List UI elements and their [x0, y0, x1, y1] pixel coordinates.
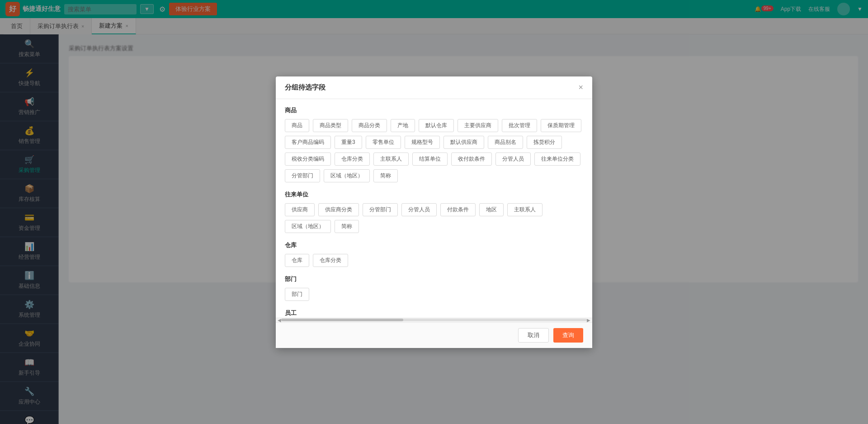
field-tag-warehouse-type[interactable]: 仓库分类: [313, 254, 348, 267]
field-tag-origin[interactable]: 产地: [391, 119, 415, 132]
field-tag-goods-alias[interactable]: 商品别名: [488, 136, 523, 149]
section-goods-title: 商品: [285, 106, 583, 114]
field-tag-supplier[interactable]: 供应商: [285, 203, 315, 216]
section-warehouse: 仓库 仓库 仓库分类: [285, 241, 583, 267]
confirm-button[interactable]: 查询: [553, 328, 583, 343]
field-tag-partner-category[interactable]: 往来单位分类: [534, 152, 580, 166]
field-tag-main-contact-partner[interactable]: 主联系人: [507, 203, 542, 216]
field-tag-retail-unit[interactable]: 零售单位: [366, 136, 401, 149]
field-tags-dept: 部门: [285, 288, 583, 301]
field-tag-payment-terms[interactable]: 收付款条件: [451, 152, 492, 166]
field-tag-supervisor[interactable]: 分管人员: [495, 152, 531, 166]
field-tag-short-name-goods[interactable]: 简称: [373, 169, 398, 182]
field-tags-partner: 供应商 供应商分类 分管部门 分管人员 付款条件 地区 主联系人 区域（地区） …: [285, 203, 583, 233]
field-tag-supplier-category[interactable]: 供应商分类: [318, 203, 359, 216]
field-tag-spec-model[interactable]: 规格型号: [405, 136, 440, 149]
field-tag-default-supplier[interactable]: 默认供应商: [443, 136, 484, 149]
field-tag-settlement-unit[interactable]: 结算单位: [412, 152, 448, 166]
hscroll-thumb[interactable]: [281, 319, 403, 321]
field-tag-weight3[interactable]: 重量3: [335, 136, 362, 149]
field-tag-pick-points[interactable]: 拣货积分: [527, 136, 562, 149]
field-tag-customer-code[interactable]: 客户商品编码: [285, 136, 331, 149]
modal-close-btn[interactable]: ×: [578, 83, 583, 92]
field-tag-dept[interactable]: 部门: [285, 288, 309, 301]
modal-footer: 取消 查询: [276, 322, 592, 348]
section-goods: 商品 商品 商品类型 商品分类 产地 默认仓库 主要供应商 批次管理 保质期管理…: [285, 106, 583, 182]
field-tag-supervisor-partner[interactable]: 分管人员: [401, 203, 437, 216]
section-dept-title: 部门: [285, 275, 583, 283]
field-tag-dept-managed[interactable]: 分管部门: [285, 169, 320, 182]
section-employee-title: 员工: [285, 309, 583, 317]
section-dept: 部门 部门: [285, 275, 583, 301]
field-tag-warehouse[interactable]: 仓库: [285, 254, 309, 267]
field-tag-shelf-life[interactable]: 保质期管理: [541, 119, 581, 132]
field-selection-modal: 分组待选字段 × 商品 商品 商品类型 商品分类 产地 默认仓库 主要供应商 批…: [276, 76, 592, 348]
modal-horizontal-scrollbar[interactable]: ◀ ▶: [276, 318, 592, 322]
section-employee: 员工 业务员: [285, 309, 583, 318]
field-tag-tax-code[interactable]: 税收分类编码: [285, 152, 331, 166]
field-tag-short-name-partner[interactable]: 简称: [335, 220, 359, 233]
modal-header: 分组待选字段 ×: [276, 76, 592, 99]
section-partner-title: 往来单位: [285, 191, 583, 199]
field-tag-payment-condition[interactable]: 付款条件: [440, 203, 476, 216]
field-tag-batch-mgmt[interactable]: 批次管理: [502, 119, 537, 132]
field-tag-region-goods[interactable]: 区域（地区）: [324, 169, 370, 182]
field-tag-goods-category[interactable]: 商品分类: [352, 119, 387, 132]
modal-title: 分组待选字段: [285, 83, 326, 92]
field-tag-warehouse-category[interactable]: 仓库分类: [335, 152, 370, 166]
section-warehouse-title: 仓库: [285, 241, 583, 249]
modal-body: 商品 商品 商品类型 商品分类 产地 默认仓库 主要供应商 批次管理 保质期管理…: [276, 99, 592, 318]
field-tag-default-warehouse[interactable]: 默认仓库: [419, 119, 454, 132]
modal-overlay: 分组待选字段 × 商品 商品 商品类型 商品分类 产地 默认仓库 主要供应商 批…: [0, 0, 868, 424]
section-partner: 往来单位 供应商 供应商分类 分管部门 分管人员 付款条件 地区 主联系人 区域…: [285, 191, 583, 233]
hscroll-track: [281, 319, 587, 321]
field-tag-goods[interactable]: 商品: [285, 119, 309, 132]
field-tags-warehouse: 仓库 仓库分类: [285, 254, 583, 267]
field-tag-region2-partner[interactable]: 区域（地区）: [285, 220, 331, 233]
cancel-button[interactable]: 取消: [518, 328, 549, 343]
field-tag-region-partner[interactable]: 地区: [479, 203, 504, 216]
field-tag-main-supplier[interactable]: 主要供应商: [458, 119, 498, 132]
field-tag-goods-type[interactable]: 商品类型: [313, 119, 348, 132]
field-tag-main-contact[interactable]: 主联系人: [373, 152, 409, 166]
field-tags-goods: 商品 商品类型 商品分类 产地 默认仓库 主要供应商 批次管理 保质期管理 客户…: [285, 119, 583, 182]
field-tag-dept-managed-partner[interactable]: 分管部门: [363, 203, 398, 216]
